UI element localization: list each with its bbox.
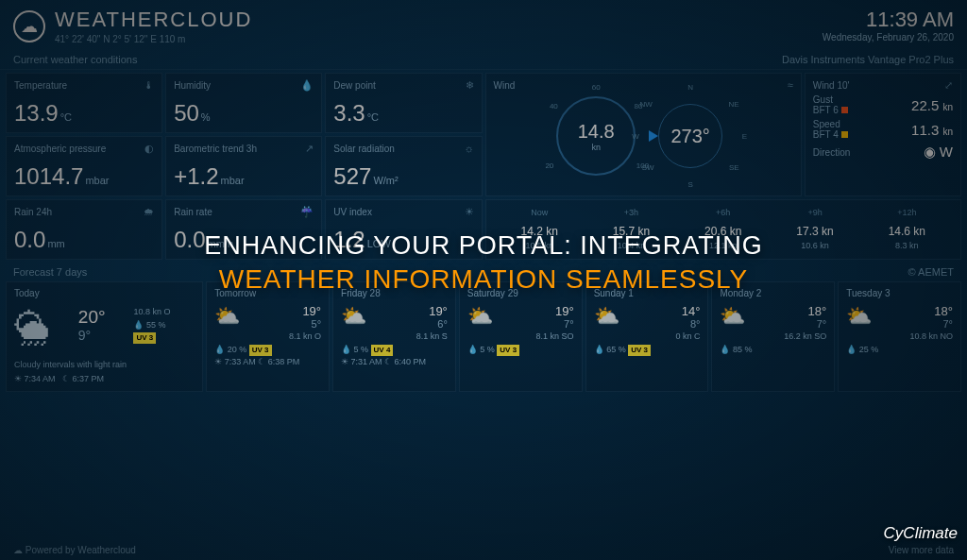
dew-icon: ❄ [466,79,474,92]
view-more-link[interactable]: View more data [889,545,954,555]
forecast-day[interactable]: Tomorrow ⛅ 19°5° 8.1 kn O 💧 20 % UV 3 ☀ … [206,281,330,392]
logo-icon: ☁ [13,10,45,42]
brand-name: WEATHERCLOUD [55,8,252,32]
card-dewpoint[interactable]: Dew point❄ 3.3°C [325,73,482,133]
watermark: CyClimate [884,524,958,543]
weather-icon: 🌦 [14,309,75,349]
rainrate-icon: ☔ [300,206,314,218]
cloud-icon: ☁ [13,545,23,555]
hourly-col: +12h14.6 kn8.3 kn [861,208,953,250]
forecast-day[interactable]: Sunday 1 ⛅ 14°8° 0 kn C 💧 65 % UV 3 [585,281,709,392]
station-coords: 41° 22' 40" N 2° 5' 12" E 110 m [55,34,252,44]
expand-icon[interactable]: ⤢ [944,79,953,92]
gauge-icon: ◐ [144,143,154,155]
weather-icon: ⛅ [846,304,872,329]
sun-icon: ☼ [464,143,473,154]
forecast-day[interactable]: Friday 28 ⛅ 19°6° 8.1 kn S 💧 5 % UV 4 ☀ … [332,281,456,392]
rain-icon: 🌧 [144,206,154,217]
hourly-col: +6h20.6 kn12.1 kn [677,208,769,250]
weather-icon: ⛅ [467,304,493,329]
card-rain24[interactable]: Rain 24h🌧 0.0mm [6,199,162,260]
uv-icon: ☀ [465,206,474,218]
wind-direction-gauge: 273° [651,96,730,176]
card-rainrate[interactable]: Rain rate☔ 0.0mm/h [165,199,322,260]
weather-icon: ⛅ [720,304,745,329]
section-title: Current weather conditions [13,54,137,65]
wind-icon: ≈ [788,79,793,91]
footer: ☁ Powered by Weathercloud View more data [0,540,967,560]
forecast-header: Forecast 7 days© AEMET [0,263,967,281]
forecast-day[interactable]: Monday 2 ⛅ 18°7° 16.2 kn SO 💧 85 % [711,281,835,392]
card-solar[interactable]: Solar radiation☼ 527W/m² [325,136,482,196]
card-wind[interactable]: Wind≈ 60 40 80 20 100 14.8kn N NE E [485,73,802,196]
forecast-day[interactable]: Tuesday 3 ⛅ 18°7° 10.8 kn NO 💧 25 % [838,281,961,392]
weather-icon: ⛅ [214,304,240,329]
hourly-col: +9h17.3 kn10.6 kn [769,208,860,250]
weather-icon: ⛅ [594,304,619,329]
forecast-day[interactable]: Saturday 29 ⛅ 19°7° 8.1 kn SO 💧 5 % UV 3 [459,281,583,392]
wind-speed-gauge: 14.8kn [556,96,636,176]
hourly-col: Now14.2 kn10.5 kn [494,208,585,250]
weather-icon: ⛅ [341,304,366,329]
clock-date: Wednesday, February 26, 2020 [823,32,954,42]
card-pressure[interactable]: Atmospheric pressure◐ 1014.7mbar [6,136,162,196]
card-humidity[interactable]: Humidity💧 50% [165,73,322,133]
card-hourly-wind[interactable]: Now14.2 kn10.5 kn+3h15.7 kn10.4 kn+6h20.… [485,199,962,260]
card-temperature[interactable]: Temperature🌡 13.9°C [6,73,162,133]
hourly-col: +3h15.7 kn10.4 kn [585,208,677,250]
section-bar: Current weather conditions Davis Instrum… [0,50,967,70]
card-uv[interactable]: UV index☀ 1.2LOW [325,199,482,260]
thermometer-icon: 🌡 [144,79,154,91]
card-wind10[interactable]: Wind 10'⤢ GustBFT 622.5 kn SpeedBFT 411.… [805,73,961,196]
droplet-icon: 💧 [300,79,314,92]
card-barotrend[interactable]: Barometric trend 3h↗ +1.2mbar [165,136,322,196]
clock-time: 11:39 AM [823,8,954,32]
device-name: Davis Instruments Vantage Pro2 Plus [782,54,954,65]
header: ☁ WEATHERCLOUD 41° 22' 40" N 2° 5' 12" E… [0,0,967,50]
trend-icon: ↗ [305,143,314,155]
forecast-today[interactable]: Today 🌦 20°9° 10.8 kn O💧 55 %UV 3 Cloudy… [6,281,203,392]
